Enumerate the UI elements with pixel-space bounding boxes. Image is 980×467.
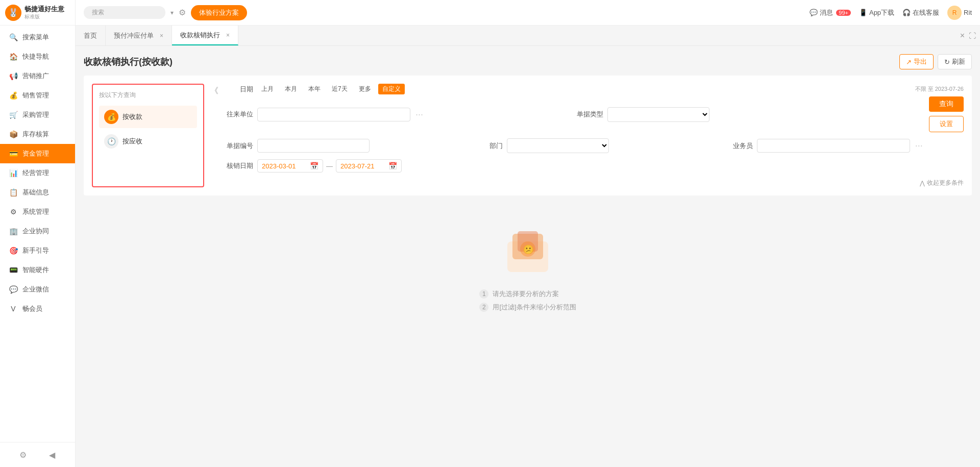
tab-receipts[interactable]: 收款核销执行 × <box>172 26 238 45</box>
tab-receipts-close[interactable]: × <box>226 32 230 39</box>
dept-select[interactable] <box>507 138 609 153</box>
sidebar-item-purchase[interactable]: 🛒 采购管理 <box>0 105 75 125</box>
page-actions: ↗ 导出 ↻ 刷新 <box>899 54 972 69</box>
system-icon: ⚙ <box>8 208 18 216</box>
tab-home[interactable]: 首页 <box>76 26 106 45</box>
docnum-input[interactable] <box>257 139 370 153</box>
verify-date-start-input[interactable] <box>262 162 308 170</box>
date-no-limit: 不限 至 2023-07-26 <box>915 85 964 93</box>
corp-icon: 🏢 <box>8 227 18 235</box>
topbar-right: 💬 消息 99+ 📱 App下载 🎧 在线客服 R Rit <box>810 6 972 20</box>
doctype-select[interactable] <box>607 107 709 122</box>
sidebar-item-operation[interactable]: 📊 经营管理 <box>0 163 75 183</box>
sidebar-item-basic[interactable]: 📋 基础信息 <box>0 183 75 202</box>
sidebar-item-finance[interactable]: 💳 资金管理 <box>0 144 75 163</box>
filter-left-title: 按以下方查询 <box>99 91 197 100</box>
online-service-item[interactable]: 🎧 在线客服 <box>902 8 939 17</box>
date-btn-custom[interactable]: 自定义 <box>378 84 405 94</box>
message-item[interactable]: 💬 消息 99+ <box>810 8 851 17</box>
filter-area: 按以下方查询 💰 按收款 🕐 按应收 《 日期 <box>84 76 972 195</box>
sidebar-item-search[interactable]: 🔍 搜索菜单 <box>0 28 75 47</box>
tab-prepay-close[interactable]: × <box>160 32 163 39</box>
topbar-dropdown[interactable]: ▾ <box>170 9 174 16</box>
industry-btn[interactable]: 体验行业方案 <box>191 5 247 20</box>
filter-option-receipt[interactable]: 💰 按收款 <box>99 106 197 128</box>
verify-date-end-wrap: 📅 <box>336 159 402 173</box>
date-group: 上月 本月 本年 近7天 更多 自定义 <box>257 84 405 94</box>
filter-row-docnum-dept-staff: 单据编号 部门 业务员 ··· <box>223 138 964 153</box>
sidebar-item-hardware[interactable]: 📟 智能硬件 <box>0 260 75 280</box>
filter-collapse-btn[interactable]: 《 <box>210 84 223 187</box>
marketing-icon: 📢 <box>8 72 18 80</box>
inventory-icon: 📦 <box>8 130 18 138</box>
main-area: 搜索 ▾ ⚙ 体验行业方案 💬 消息 99+ 📱 App下载 🎧 在线客服 R … <box>76 0 980 467</box>
verify-date-end-cal-icon[interactable]: 📅 <box>388 162 397 170</box>
empty-illustration: 😕 <box>497 226 558 277</box>
setting-button[interactable]: 设置 <box>929 116 964 132</box>
empty-tip-row-2: 2 用[过滤]条件来缩小分析范围 <box>479 301 576 314</box>
date-btn-thismonth[interactable]: 本月 <box>281 84 301 94</box>
verify-date-start-cal-icon[interactable]: 📅 <box>310 162 318 170</box>
refresh-button[interactable]: ↻ 刷新 <box>938 54 972 69</box>
svg-text:😕: 😕 <box>523 244 534 255</box>
topbar-left: 搜索 ▾ ⚙ 体验行业方案 <box>84 5 247 20</box>
date-btn-thisyear[interactable]: 本年 <box>304 84 325 94</box>
partner-dots-btn[interactable]: ··· <box>415 109 423 120</box>
doctype-label: 单据类型 <box>573 110 603 119</box>
empty-tips: 1 请先选择要分析的方案 2 用[过滤]条件来缩小分析范围 <box>479 287 576 314</box>
filter-option-receivable[interactable]: 🕐 按应收 <box>99 130 197 153</box>
sidebar-item-wechat[interactable]: 💬 企业微信 <box>0 280 75 299</box>
sidebar-item-quicknav[interactable]: 🏠 快捷导航 <box>0 47 75 66</box>
app-download-item[interactable]: 📱 App下载 <box>859 8 894 17</box>
empty-state: 😕 1 请先选择要分析的方案 2 用[过滤]条件来缩小分析范围 <box>84 195 972 345</box>
dept-field: 部门 <box>472 138 714 153</box>
filter-left-panel: 按以下方查询 💰 按收款 🕐 按应收 <box>92 84 204 187</box>
sidebar-item-marketing[interactable]: 📢 营销推广 <box>0 66 75 86</box>
purchase-icon: 🛒 <box>8 111 18 119</box>
verify-date-end-input[interactable] <box>340 162 386 170</box>
window-close-icon[interactable]: × <box>960 31 965 40</box>
date-label: 日期 <box>223 85 253 94</box>
tabs-actions: × ⛶ <box>960 26 980 45</box>
settings-icon[interactable]: ⚙ <box>16 448 30 462</box>
date-btn-more[interactable]: 更多 <box>355 84 375 94</box>
user-avatar[interactable]: R Rit <box>947 6 972 20</box>
query-button[interactable]: 查询 <box>929 96 964 112</box>
staff-label: 业务员 <box>722 141 753 151</box>
export-button[interactable]: ↗ 导出 <box>899 54 934 69</box>
partner-field: 往来单位 ··· <box>223 108 565 121</box>
empty-tip-row-1: 1 请先选择要分析的方案 <box>479 287 576 301</box>
logo-icon: 🐰 <box>5 5 21 21</box>
staff-input[interactable] <box>757 139 910 153</box>
staff-dots-btn[interactable]: ··· <box>915 140 923 151</box>
doctype-field: 单据类型 <box>573 107 915 122</box>
topbar-search-display: 搜索 <box>84 6 165 19</box>
guide-icon: 🎯 <box>8 247 18 255</box>
date-btn-lastmonth[interactable]: 上月 <box>257 84 278 94</box>
topbar-gear-icon[interactable]: ⚙ <box>179 8 186 17</box>
export-icon: ↗ <box>906 58 912 66</box>
sidebar-item-inventory[interactable]: 📦 库存核算 <box>0 125 75 144</box>
search-icon: 🔍 <box>8 33 18 41</box>
home-icon: 🏠 <box>8 53 18 61</box>
logo-text: 畅捷通好生意 标准版 <box>24 5 64 20</box>
sidebar-item-system[interactable]: ⚙ 系统管理 <box>0 202 75 222</box>
avatar: R <box>947 6 962 20</box>
partner-input[interactable] <box>257 108 410 121</box>
date-separator: — <box>326 162 333 170</box>
sidebar-item-corp[interactable]: 🏢 企业协同 <box>0 222 75 241</box>
sidebar-item-guide[interactable]: 🎯 新手引导 <box>0 241 75 260</box>
docnum-field: 单据编号 <box>223 139 464 153</box>
collapse-sidebar-icon[interactable]: ◀ <box>45 448 59 462</box>
verifydate-label: 核销日期 <box>223 161 253 170</box>
sidebar-item-sales[interactable]: 💰 销售管理 <box>0 86 75 105</box>
wechat-icon: 💬 <box>8 285 18 293</box>
collapse-more-btn[interactable]: ⋀ 收起更多条件 <box>920 179 964 187</box>
sidebar-item-member[interactable]: V 畅会员 <box>0 299 75 318</box>
sidebar-bottom: ⚙ ◀ <box>0 442 75 467</box>
finance-icon: 💳 <box>8 150 18 158</box>
tab-prepay[interactable]: 预付冲应付单 × <box>106 26 172 45</box>
date-btn-7days[interactable]: 近7天 <box>328 84 352 94</box>
window-expand-icon[interactable]: ⛶ <box>969 32 976 40</box>
verify-date-range: 📅 — 📅 <box>257 159 402 173</box>
